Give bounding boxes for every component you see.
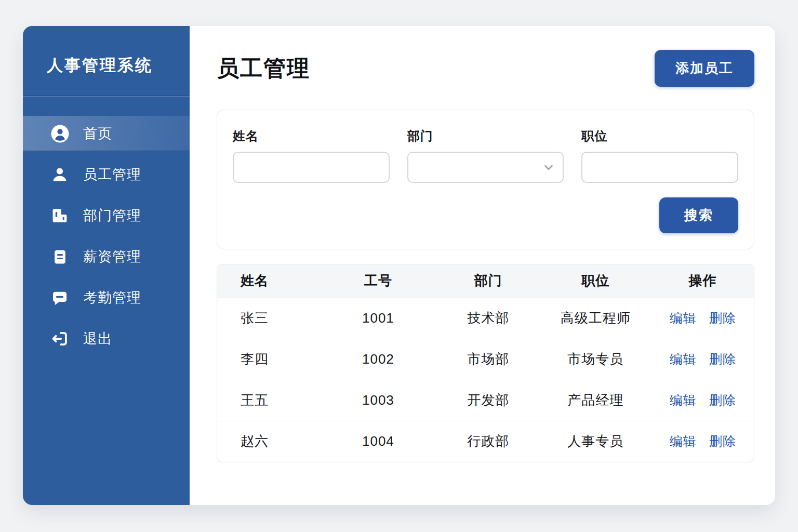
delete-link[interactable]: 删除: [709, 434, 736, 448]
app-window: 人事管理系统 首页 员工管理 部门管理 薪资管理 考勤管理 退出 员工管理 添加…: [23, 26, 775, 505]
sidebar-item-label: 考勤管理: [83, 288, 141, 307]
department-select[interactable]: [407, 152, 564, 183]
table-row: 张三 1001 技术部 高级工程师 编辑 删除: [217, 298, 754, 339]
add-employee-button[interactable]: 添加员工: [655, 50, 754, 87]
edit-link[interactable]: 编辑: [670, 311, 697, 325]
main-content: 员工管理 添加员工 姓名 部门: [190, 26, 775, 505]
cell-actions: 编辑 删除: [652, 421, 754, 462]
logout-icon: [50, 329, 70, 349]
sidebar-item-label: 部门管理: [83, 206, 141, 225]
user-circle-icon: [50, 124, 70, 143]
department-field-group: 部门: [407, 128, 564, 183]
edit-link[interactable]: 编辑: [670, 352, 697, 366]
table-row: 赵六 1004 行政部 人事专员 编辑 删除: [217, 421, 754, 462]
building-icon: [50, 206, 70, 225]
table-row: 王五 1003 开发部 产品经理 编辑 删除: [217, 380, 754, 421]
edit-link[interactable]: 编辑: [670, 434, 697, 448]
employee-table-panel: 姓名 工号 部门 职位 操作 张三 1001 技术部 高级工程师 编辑 删除 李…: [217, 264, 754, 462]
column-header-dept: 部门: [437, 264, 539, 298]
document-icon: [50, 247, 70, 267]
cell-position: 市场专员: [539, 339, 652, 380]
cell-department: 市场部: [437, 339, 539, 380]
sidebar-item-2[interactable]: 部门管理: [23, 198, 190, 233]
position-field-group: 职位: [581, 128, 738, 183]
sidebar-item-label: 员工管理: [83, 165, 141, 184]
cell-employee-id: 1001: [319, 298, 437, 339]
delete-link[interactable]: 删除: [709, 311, 736, 325]
cell-department: 技术部: [437, 298, 539, 339]
sidebar-divider: [23, 96, 190, 97]
position-input[interactable]: [581, 152, 738, 183]
user-icon: [50, 165, 70, 184]
sidebar-item-label: 首页: [83, 124, 112, 143]
sidebar-item-0[interactable]: 首页: [23, 116, 190, 151]
cell-position: 人事专员: [539, 421, 652, 462]
cell-position: 高级工程师: [539, 298, 652, 339]
message-icon: [50, 288, 70, 308]
main-header: 员工管理 添加员工: [217, 50, 754, 87]
employee-table-header: 姓名 工号 部门 职位 操作: [217, 264, 754, 298]
sidebar-item-1[interactable]: 员工管理: [23, 157, 190, 192]
department-field-label: 部门: [407, 128, 564, 144]
name-field-label: 姓名: [233, 128, 390, 144]
cell-department: 行政部: [437, 421, 539, 462]
column-header-name: 姓名: [217, 264, 319, 298]
employee-table-body: 张三 1001 技术部 高级工程师 编辑 删除 李四 1002 市场部 市场专员…: [217, 298, 754, 462]
delete-link[interactable]: 删除: [709, 352, 736, 366]
column-header-id: 工号: [319, 264, 437, 298]
search-button-row: 搜索: [233, 197, 738, 233]
position-field-label: 职位: [581, 128, 738, 144]
column-header-pos: 职位: [539, 264, 652, 298]
app-title: 人事管理系统: [47, 55, 190, 76]
column-header-actions: 操作: [652, 264, 754, 298]
search-panel: 姓名 部门 职位 搜索: [217, 110, 754, 249]
sidebar: 人事管理系统 首页 员工管理 部门管理 薪资管理 考勤管理 退出: [23, 26, 190, 505]
cell-department: 开发部: [437, 380, 539, 421]
edit-link[interactable]: 编辑: [670, 393, 697, 407]
cell-actions: 编辑 删除: [652, 339, 754, 380]
cell-actions: 编辑 删除: [652, 298, 754, 339]
page-title: 员工管理: [217, 54, 310, 84]
sidebar-item-label: 薪资管理: [83, 247, 141, 266]
cell-position: 产品经理: [539, 380, 652, 421]
cell-name: 赵六: [217, 421, 319, 462]
sidebar-item-3[interactable]: 薪资管理: [23, 239, 190, 274]
cell-employee-id: 1004: [319, 421, 437, 462]
sidebar-item-5[interactable]: 退出: [23, 321, 190, 356]
name-input[interactable]: [233, 152, 390, 183]
search-fields: 姓名 部门 职位: [233, 128, 738, 183]
cell-actions: 编辑 删除: [652, 380, 754, 421]
sidebar-item-4[interactable]: 考勤管理: [23, 280, 190, 315]
name-field-group: 姓名: [233, 128, 390, 183]
cell-name: 张三: [217, 298, 319, 339]
sidebar-item-label: 退出: [83, 329, 112, 348]
delete-link[interactable]: 删除: [709, 393, 736, 407]
employee-table: 姓名 工号 部门 职位 操作 张三 1001 技术部 高级工程师 编辑 删除 李…: [217, 264, 754, 462]
cell-employee-id: 1002: [319, 339, 437, 380]
cell-name: 王五: [217, 380, 319, 421]
cell-employee-id: 1003: [319, 380, 437, 421]
cell-name: 李四: [217, 339, 319, 380]
sidebar-nav: 首页 员工管理 部门管理 薪资管理 考勤管理 退出: [23, 116, 190, 356]
search-button[interactable]: 搜索: [659, 197, 738, 233]
table-row: 李四 1002 市场部 市场专员 编辑 删除: [217, 339, 754, 380]
